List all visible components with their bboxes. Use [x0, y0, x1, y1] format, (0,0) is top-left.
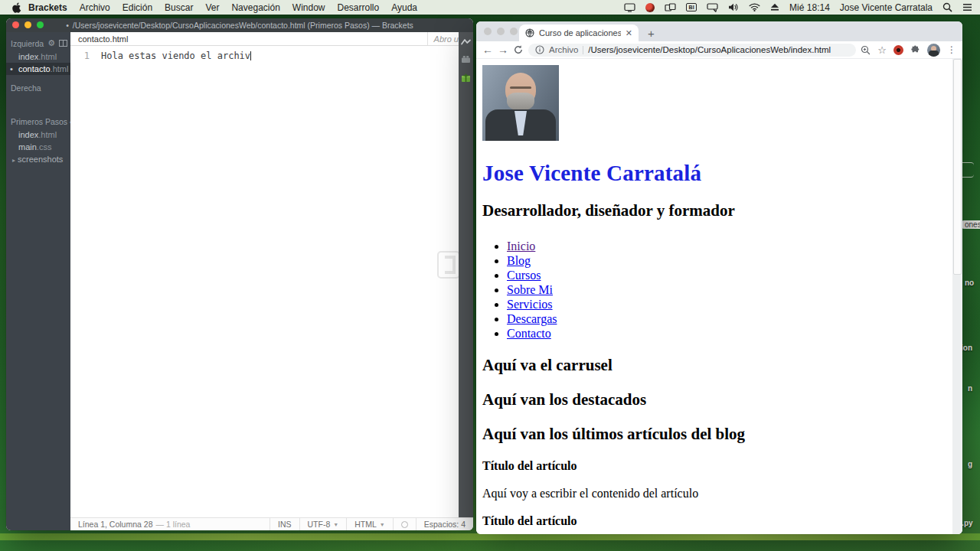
modified-indicator: •: [66, 21, 69, 30]
profile-avatar[interactable]: [927, 44, 940, 57]
notification-center-icon[interactable]: [962, 3, 972, 11]
desktop: { "menu_bar": { "app_name": "Brackets", …: [0, 0, 980, 551]
boot-integrity-icon[interactable]: BI: [686, 3, 697, 11]
bookmark-star-icon[interactable]: ☆: [877, 45, 887, 55]
menu-ayuda[interactable]: Ayuda: [391, 2, 417, 13]
menu-edicion[interactable]: Edición: [122, 2, 152, 13]
nav-link-list: Inicio Blog Cursos Sobre Mi Servicios De…: [482, 239, 956, 341]
line-count: — 1 línea: [155, 520, 190, 529]
desktop-file-label[interactable]: n: [968, 384, 972, 393]
info-icon[interactable]: [535, 45, 544, 54]
web-page: Jose Vicente Carratalá Desarrollador, di…: [476, 65, 962, 528]
nav-link-descargas[interactable]: Descargas: [507, 312, 557, 325]
section-heading-carousel: Aquí va el carrusel: [482, 356, 956, 375]
extension-adblock-icon[interactable]: [893, 45, 903, 55]
tab-contacto-html[interactable]: contacto.html: [70, 34, 427, 44]
chrome-toolbar: ← → Archivo /Users/josevicente/Desktop/C…: [476, 41, 962, 59]
right-pane-label: Derecha: [11, 83, 41, 93]
screen-mirroring-icon[interactable]: [624, 3, 635, 12]
chrome-tab-strip[interactable]: Curso de aplicaciones Web ✕ +: [476, 21, 962, 41]
project-dropdown[interactable]: Primeros Pasos ▾: [6, 115, 70, 129]
project-file-index[interactable]: index.html: [6, 129, 70, 141]
watermark-logo-icon: [437, 251, 460, 279]
menu-buscar[interactable]: Buscar: [165, 2, 193, 13]
menu-bar: Brackets Archivo Edición Buscar Ver Nave…: [0, 0, 980, 15]
split-pane-icon[interactable]: [59, 40, 67, 47]
volume-icon[interactable]: [728, 3, 739, 11]
menu-window[interactable]: Window: [292, 2, 325, 13]
editor-tab-bar: contacto.html Abro u…: [70, 32, 473, 46]
working-file-contacto-active[interactable]: •contacto.html: [6, 63, 70, 75]
scrollbar-thumb[interactable]: [953, 59, 962, 275]
omnibox-divider: [583, 46, 583, 54]
brackets-title-bar[interactable]: • /Users/josevicente/Desktop/CursoAplica…: [6, 18, 473, 32]
profile-photo: [482, 65, 559, 141]
project-folder-screenshots[interactable]: ▸screenshots: [6, 153, 70, 165]
nav-link-contacto[interactable]: Contacto: [507, 327, 551, 340]
puzzle-extension-icon[interactable]: [910, 45, 920, 55]
tab-title: Curso de aplicaciones Web: [539, 28, 621, 37]
apple-menu-icon[interactable]: [12, 2, 22, 13]
display-input-icon[interactable]: [707, 3, 718, 12]
nav-link-blog[interactable]: Blog: [507, 254, 531, 267]
insert-mode-toggle[interactable]: INS: [270, 518, 299, 530]
reload-button[interactable]: [513, 44, 524, 55]
project-file-main[interactable]: main.css: [6, 141, 70, 153]
clock[interactable]: Mié 18:14: [789, 2, 830, 13]
list-item: Blog: [507, 253, 956, 268]
lint-status[interactable]: [393, 518, 416, 530]
brackets-sidebar: Izquierda ⚙ index.html •contacto.html De…: [6, 32, 70, 530]
zoom-page-icon[interactable]: [861, 45, 871, 55]
article-body: Aquí voy a escribir el contenido del art…: [482, 487, 956, 500]
minimize-button[interactable]: [24, 21, 31, 28]
address-bar[interactable]: Archivo /Users/josevicente/Desktop/Curso…: [528, 44, 856, 57]
menu-archivo[interactable]: Archivo: [80, 2, 110, 13]
gift-extension-icon[interactable]: [461, 73, 471, 83]
chrome-menu-icon[interactable]: ⋮: [947, 44, 956, 55]
extension-manager-icon[interactable]: [461, 55, 471, 64]
menu-navegacion[interactable]: Navegación: [231, 2, 279, 13]
language-selector[interactable]: HTML▼: [346, 518, 393, 530]
list-item: Contacto: [507, 326, 956, 341]
menu-desarrollo[interactable]: Desarrollo: [338, 2, 380, 13]
gear-icon[interactable]: ⚙: [47, 38, 55, 48]
nav-link-cursos[interactable]: Cursos: [507, 269, 541, 282]
nav-link-inicio[interactable]: Inicio: [507, 240, 535, 253]
back-button[interactable]: ←: [482, 44, 493, 55]
tab-close-icon[interactable]: ✕: [626, 28, 632, 38]
desktop-file-label[interactable]: ion: [961, 344, 972, 352]
zoom-button[interactable]: [37, 21, 44, 28]
browser-tab[interactable]: Curso de aplicaciones Web ✕: [519, 24, 639, 41]
encoding-selector[interactable]: UTF-8▼: [299, 518, 347, 530]
spotlight-search-icon[interactable]: [942, 2, 952, 12]
desktop-file-label[interactable]: ones: [962, 220, 980, 229]
eject-icon[interactable]: [770, 3, 779, 11]
wifi-icon[interactable]: [749, 3, 760, 11]
zoom-button[interactable]: [510, 28, 518, 35]
indent-setting[interactable]: Espacios: 4: [416, 518, 473, 530]
code-editor[interactable]: 1 Hola estas viendo el archiv CO TH WE: [70, 46, 473, 517]
desktop-file-label[interactable]: g: [968, 460, 972, 468]
fast-user-switch[interactable]: Jose Vicente Carratala: [840, 2, 933, 13]
working-file-index[interactable]: index.html: [6, 51, 70, 63]
forward-button[interactable]: →: [498, 44, 508, 55]
section-heading-featured: Aquí van los destacados: [482, 390, 956, 409]
menu-ver[interactable]: Ver: [205, 2, 219, 13]
list-item: Cursos: [507, 268, 956, 282]
code-line: Hola estas viendo el archiv: [101, 51, 251, 61]
close-button[interactable]: [484, 28, 492, 35]
section-heading-blog: Aquí van los últimos artículos del blog: [482, 425, 956, 444]
cursor-position: Línea 1, Columna 28: [78, 520, 152, 529]
list-item: Servicios: [507, 297, 956, 311]
close-button[interactable]: [12, 21, 19, 28]
windows-pair-icon[interactable]: [665, 3, 676, 12]
desktop-file-label[interactable]: no: [965, 279, 974, 287]
record-status-icon[interactable]: [645, 3, 655, 12]
scrollbar-track[interactable]: [952, 59, 962, 534]
new-tab-button[interactable]: +: [648, 28, 655, 39]
nav-link-sobre-mi[interactable]: Sobre Mi: [507, 283, 553, 296]
live-preview-icon[interactable]: [461, 38, 471, 46]
active-app-menu[interactable]: Brackets: [28, 2, 67, 13]
nav-link-servicios[interactable]: Servicios: [507, 298, 553, 311]
minimize-button[interactable]: [497, 28, 505, 35]
